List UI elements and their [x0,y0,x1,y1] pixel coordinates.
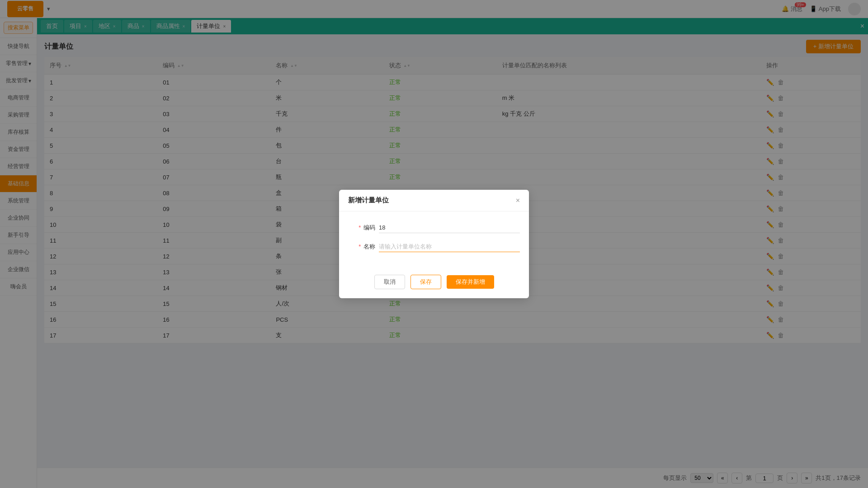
cancel-btn[interactable]: 取消 [374,275,405,289]
code-input[interactable] [379,222,520,233]
code-label: * 编码 [348,224,375,232]
modal-footer: 取消 保存 保存并新增 [339,269,529,298]
save-new-btn[interactable]: 保存并新增 [447,275,494,289]
code-form-row: * 编码 [348,222,520,233]
modal-title: 新增计量单位 [348,196,389,205]
required-star-name: * [359,243,361,250]
modal-body: * 编码 * 名称 [339,211,529,269]
required-star-code: * [359,224,361,231]
modal-overlay: 新增计量单位 × * 编码 * 名称 取消 保存 保存并新增 [0,0,868,488]
name-form-row: * 名称 [348,241,520,252]
add-unit-modal: 新增计量单位 × * 编码 * 名称 取消 保存 保存并新增 [339,190,529,298]
name-label: * 名称 [348,243,375,251]
save-btn[interactable]: 保存 [410,275,441,289]
modal-header: 新增计量单位 × [339,190,529,211]
name-input[interactable] [379,241,520,252]
modal-close-btn[interactable]: × [516,197,520,205]
